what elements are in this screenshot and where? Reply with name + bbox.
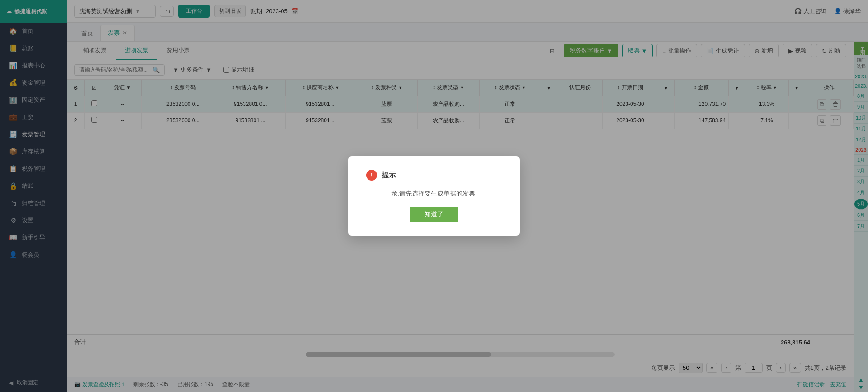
dialog-header: ! 提示 [366, 170, 396, 181]
dialog-message: 亲,请先选择要生成单据的发票! [391, 190, 477, 198]
dialog-confirm-btn[interactable]: 知道了 [410, 207, 458, 222]
dialog-overlay[interactable]: ! 提示 亲,请先选择要生成单据的发票! 知道了 [0, 0, 868, 392]
dialog-title: 提示 [382, 171, 396, 180]
dialog-warning-icon: ! [366, 170, 377, 181]
dialog: ! 提示 亲,请先选择要生成单据的发票! 知道了 [348, 156, 520, 236]
